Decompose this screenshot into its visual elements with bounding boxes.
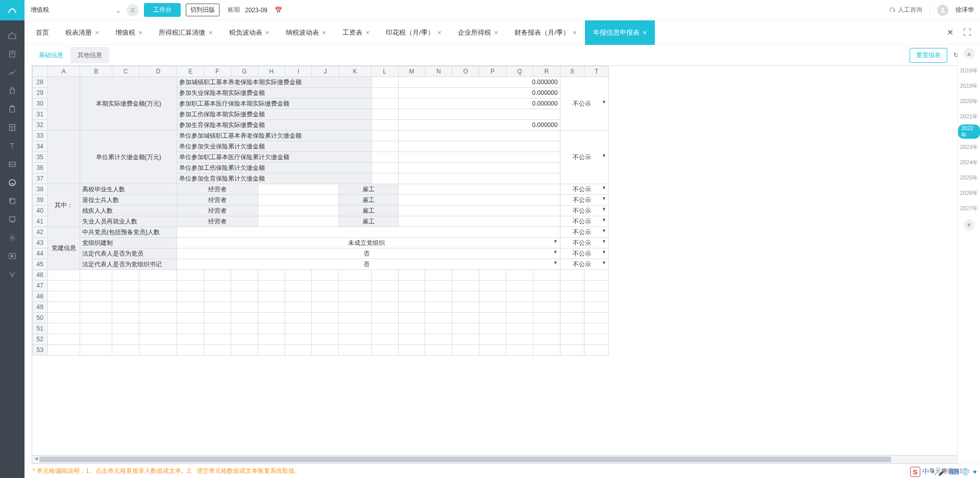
year-2019年[interactable]: 2019年 [960,79,978,93]
row-45[interactable]: 45 [33,259,48,270]
tab-close-icon[interactable]: × [322,29,326,37]
row-29[interactable]: 29 [33,88,48,98]
col-R[interactable]: R [533,66,560,77]
period-value[interactable]: 2023-09 [245,7,267,14]
tab-首页[interactable]: 首页 [28,20,57,45]
tab-close-icon[interactable]: × [643,29,647,37]
tab-税负波动表[interactable]: 税负波动表× [221,20,278,45]
g3-pub-38[interactable]: 不公示 [560,184,608,195]
expand-icon[interactable]: ⛶ [962,27,973,38]
row-41[interactable]: 41 [33,216,48,227]
g1-val-29[interactable]: 0.000000 [398,88,560,98]
col-G[interactable]: G [231,66,258,77]
row-42[interactable]: 42 [33,227,48,238]
col-F[interactable]: F [204,66,231,77]
avatar-icon[interactable] [937,5,948,16]
tab-税表清册[interactable]: 税表清册× [57,20,107,45]
ime-lang[interactable]: 中 [922,467,929,476]
col-L[interactable]: L [371,66,398,77]
row-38[interactable]: 38 [33,184,48,195]
col-M[interactable]: M [398,66,425,77]
nav-smile-icon[interactable] [0,173,24,192]
nav-home-icon[interactable] [0,27,24,45]
tab-close-icon[interactable]: × [208,29,212,37]
g4-pub-42[interactable]: 不公示 [560,227,608,238]
row-52[interactable]: 52 [33,334,48,345]
switch-old-button[interactable]: 切到旧版 [186,4,219,16]
g4-pub-45[interactable]: 不公示 [560,259,608,270]
close-all-icon[interactable]: ✕ [944,27,955,38]
year-2023年[interactable]: 2023年 [960,140,978,154]
col-O[interactable]: O [452,66,479,77]
nav-export-icon[interactable] [0,210,24,229]
nav-gear-icon[interactable] [0,229,24,247]
col-C[interactable]: C [112,66,139,77]
ime-punct-icon[interactable]: •, [932,468,936,476]
calendar-icon[interactable]: 📅 [275,7,282,14]
year-2024年[interactable]: 2024年 [960,155,978,169]
workbench-button[interactable]: 工作台 [144,3,181,17]
spreadsheet[interactable]: ABCDEFGHIJKLMNOPQRST28本期实际缴费金额(万元)参加城镇职工… [32,65,965,456]
subtab-basic[interactable]: 基础信息 [32,47,70,63]
year-down-icon[interactable]: ▼ [964,219,975,231]
nav-text-icon[interactable] [0,137,24,155]
consult-link[interactable]: 人工咨询 [889,6,922,14]
row-46[interactable]: 46 [33,270,48,281]
row-47[interactable]: 47 [33,281,48,291]
tab-close-icon[interactable]: × [95,29,99,37]
col-B[interactable]: B [80,66,112,77]
year-2027年[interactable]: 2027年 [960,201,978,215]
row-31[interactable]: 31 [33,109,48,120]
row-39[interactable]: 39 [33,195,48,206]
g1-val-31[interactable] [398,109,560,120]
app-logo[interactable] [0,0,24,20]
col-Q[interactable]: Q [506,66,533,77]
ime-logo-icon[interactable]: S [910,467,920,477]
g1-val-28[interactable]: 0.000000 [398,77,560,88]
nav-doc-icon[interactable] [0,45,24,63]
row-53[interactable]: 53 [33,345,48,356]
tab-财务报表（月/季）[interactable]: 财务报表（月/季）× [506,20,585,45]
g3-pub-41[interactable]: 不公示 [560,216,608,227]
ime-kbd-icon[interactable]: ⌨ [949,468,959,476]
col-N[interactable]: N [425,66,452,77]
tab-close-icon[interactable]: × [494,29,498,37]
tab-工资表[interactable]: 工资表× [334,20,378,45]
tab-close-icon[interactable]: × [138,29,142,37]
col-A[interactable]: A [47,66,80,77]
row-28[interactable]: 28 [33,77,48,88]
year-2020年[interactable]: 2020年 [960,94,978,108]
row-49[interactable]: 49 [33,302,48,313]
row-34[interactable]: 34 [33,141,48,152]
g1-val-30[interactable]: 0.000000 [398,98,560,109]
tab-纳税波动表[interactable]: 纳税波动表× [278,20,334,45]
ime-skin-icon[interactable]: 👕 [961,468,970,476]
nav-v-icon[interactable] [0,265,24,284]
g4-val-43[interactable]: 未成立党组织 [177,238,560,248]
tab-年报信息申报表[interactable]: 年报信息申报表× [585,20,655,45]
row-50[interactable]: 50 [33,313,48,323]
row-48[interactable]: 48 [33,291,48,302]
tab-close-icon[interactable]: × [365,29,370,37]
row-35[interactable]: 35 [33,152,48,163]
col-S[interactable]: S [560,66,584,77]
g3-pub-40[interactable]: 不公示 [560,206,608,216]
list-icon-button[interactable] [127,4,139,16]
g2-pub[interactable]: 不公示 [560,131,608,184]
subtab-other[interactable]: 其他信息 [70,47,109,63]
year-2025年[interactable]: 2025年 [960,170,978,185]
row-43[interactable]: 43 [33,238,48,248]
g1-val-32[interactable]: 0.000000 [398,120,560,131]
col-P[interactable]: P [479,66,506,77]
col-K[interactable]: K [339,66,371,77]
col-E[interactable]: E [177,66,204,77]
horizontal-scrollbar[interactable] [32,456,973,464]
row-32[interactable]: 32 [33,120,48,131]
nav-calc-icon[interactable] [0,118,24,137]
tab-close-icon[interactable]: × [573,29,577,37]
nav-grid-icon[interactable] [0,155,24,173]
col-T[interactable]: T [584,66,609,77]
year-2022年[interactable]: 2022年 [958,124,980,139]
row-37[interactable]: 37 [33,173,48,184]
nav-chart-icon[interactable] [0,63,24,82]
